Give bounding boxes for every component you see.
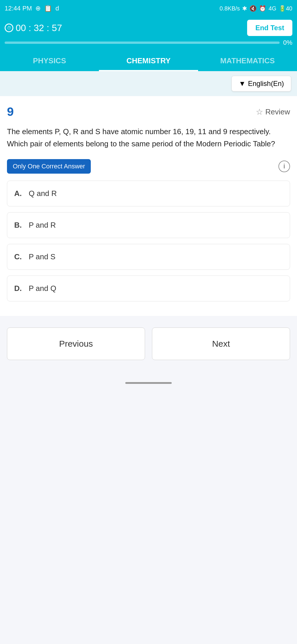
- home-indicator: [0, 377, 297, 391]
- end-test-button[interactable]: End Test: [247, 20, 292, 36]
- option-b[interactable]: B. P and R: [7, 212, 290, 238]
- option-c[interactable]: C. P and S: [7, 244, 290, 270]
- status-left: 12:44 PM ⊕ 📋 d: [5, 5, 59, 12]
- tab-chemistry[interactable]: CHEMISTRY: [99, 51, 198, 71]
- status-bar: 12:44 PM ⊕ 📋 d 0.8KB/s ✱ 🔇 ⏰ 4G 🔋40: [0, 0, 297, 17]
- option-a[interactable]: A. Q and R: [7, 181, 290, 206]
- option-c-label: C.: [14, 252, 23, 261]
- mute-icon: 🔇: [249, 5, 257, 12]
- globe-icon: ⊕: [35, 5, 41, 12]
- timer-icon: ⏱: [5, 24, 13, 32]
- option-b-label: B.: [14, 221, 23, 230]
- status-right: 0.8KB/s ✱ 🔇 ⏰ 4G 🔋40: [220, 5, 292, 12]
- answer-type-badge: Only One Correct Answer: [7, 159, 91, 174]
- answer-type-row: Only One Correct Answer i: [7, 159, 290, 174]
- tab-mathematics[interactable]: MATHEMATICS: [198, 51, 297, 71]
- options-container: A. Q and R B. P and R C. P and S D. P an…: [7, 181, 290, 307]
- signal-icon: 4G: [269, 5, 276, 12]
- info-icon[interactable]: i: [278, 161, 290, 172]
- review-label: Review: [265, 107, 290, 116]
- review-button[interactable]: ☆ Review: [256, 107, 290, 117]
- subject-tabs: PHYSICS CHEMISTRY MATHEMATICS: [0, 51, 297, 71]
- nav-buttons: Previous Next: [0, 316, 297, 377]
- question-text: The elements P, Q, R and S have atomic n…: [7, 126, 290, 150]
- option-b-text: P and R: [29, 221, 56, 230]
- progress-area: 0%: [0, 36, 297, 51]
- timer-bar: ⏱ 00 : 32 : 57 End Test: [0, 17, 297, 36]
- time-display: 12:44 PM: [5, 5, 32, 12]
- option-d[interactable]: D. P and Q: [7, 276, 290, 301]
- network-speed: 0.8KB/s: [220, 5, 240, 12]
- star-icon: ☆: [256, 107, 263, 117]
- home-bar: [125, 382, 172, 384]
- option-a-text: Q and R: [29, 189, 57, 198]
- previous-button[interactable]: Previous: [7, 328, 145, 360]
- progress-bar-container: [5, 42, 280, 44]
- chevron-down-icon: ▼: [239, 80, 246, 88]
- language-dropdown[interactable]: ▼ English(En): [231, 76, 291, 91]
- d-indicator: d: [55, 5, 59, 12]
- timer-display: ⏱ 00 : 32 : 57: [5, 23, 62, 33]
- option-d-label: D.: [14, 284, 23, 293]
- bluetooth-icon: ✱: [242, 5, 247, 12]
- option-a-label: A.: [14, 189, 23, 198]
- option-c-text: P and S: [29, 252, 55, 261]
- question-container: 9 ☆ Review The elements P, Q, R and S ha…: [0, 96, 297, 316]
- question-number: 9: [7, 105, 14, 119]
- timer-value: 00 : 32 : 57: [16, 23, 62, 33]
- question-header: 9 ☆ Review: [7, 105, 290, 119]
- language-bar: ▼ English(En): [0, 71, 297, 96]
- clipboard-icon: 📋: [44, 5, 52, 12]
- alarm-icon: ⏰: [259, 5, 266, 12]
- battery-icon: 🔋40: [279, 5, 292, 12]
- option-d-text: P and Q: [29, 284, 56, 293]
- next-button[interactable]: Next: [152, 328, 290, 360]
- progress-text: 0%: [283, 39, 292, 46]
- language-label: English(En): [248, 80, 284, 88]
- tab-physics[interactable]: PHYSICS: [0, 51, 99, 71]
